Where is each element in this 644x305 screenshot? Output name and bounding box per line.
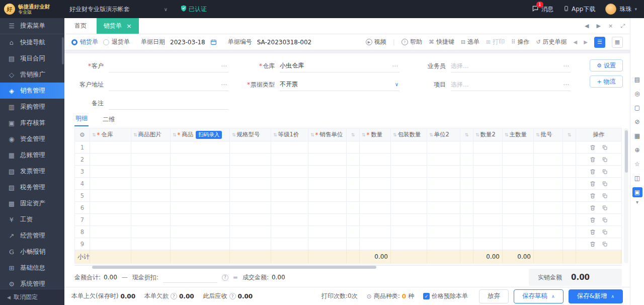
grid-cell[interactable] [171, 214, 230, 225]
grid-cell[interactable] [271, 154, 308, 165]
sidebar-item-operations[interactable]: ↗ 经营管理 [0, 227, 64, 244]
grid-cell[interactable] [360, 214, 391, 225]
grid-cell[interactable] [271, 190, 308, 201]
grid-cell[interactable] [503, 166, 534, 177]
next-doc-icon[interactable]: ▶ [584, 39, 588, 45]
sort-icon[interactable]: ⇅ [362, 132, 366, 137]
preview-icon[interactable]: ▤ [632, 74, 642, 85]
sort-icon[interactable]: ⇅ [475, 132, 479, 137]
grid-cell[interactable] [230, 226, 271, 238]
col-grade-price[interactable]: ⇅等级1价 [271, 128, 308, 141]
grid-cell[interactable] [271, 141, 308, 153]
tab-home[interactable]: 首页 [64, 18, 97, 34]
grid-cell[interactable] [171, 226, 230, 238]
grid-cell[interactable] [308, 202, 347, 213]
grid-cell[interactable] [90, 178, 131, 189]
grid-cell[interactable] [171, 141, 230, 153]
grid-cell[interactable] [171, 190, 230, 201]
grid-cell[interactable] [360, 141, 391, 153]
vertical-scrollbar[interactable] [624, 128, 628, 263]
sort-icon[interactable]: ⇅ [568, 132, 572, 137]
grid-cell[interactable] [308, 166, 347, 177]
grid-cell[interactable] [308, 226, 347, 238]
tab-matrix[interactable]: 二维 [102, 113, 116, 126]
grid-cell[interactable] [308, 238, 347, 250]
table-row[interactable]: 6 [75, 202, 621, 214]
print-button[interactable]: ⊞打印 [486, 38, 505, 46]
grid-cell[interactable] [131, 226, 171, 238]
grid-cell[interactable] [391, 166, 427, 177]
prev-doc-icon[interactable]: ◀ [574, 39, 578, 45]
copy-row-icon[interactable] [602, 205, 608, 211]
sort-icon[interactable]: ⇅ [429, 132, 433, 137]
copy-row-icon[interactable] [602, 217, 608, 223]
grid-cell[interactable] [503, 202, 534, 213]
picker-ellipsis-icon[interactable]: ⋯ [562, 62, 571, 69]
grid-cell[interactable] [534, 178, 563, 189]
grid-cell[interactable] [427, 141, 460, 153]
delete-row-icon[interactable] [590, 193, 596, 199]
account-selector[interactable]: 好业财专业版演示帐套 ∨ [69, 5, 168, 14]
calculator-icon[interactable]: ▦ [632, 131, 642, 141]
grid-cell[interactable] [171, 202, 230, 213]
delete-row-icon[interactable] [590, 205, 596, 211]
tab-scroll-left-icon[interactable]: ◀ [585, 23, 589, 29]
copy-row-icon[interactable] [602, 157, 608, 163]
sort-icon[interactable]: ⇅ [232, 132, 236, 137]
cash-discount-input[interactable] [163, 272, 217, 283]
grid-cell[interactable] [90, 154, 131, 165]
info-icon[interactable]: ? [222, 274, 228, 281]
sidebar-item-ledger[interactable]: ▦ 总账管理 [0, 147, 64, 163]
sidebar-item-sales[interactable]: ◈ 销售管理 [0, 83, 64, 99]
grid-cell[interactable] [391, 190, 427, 201]
table-row[interactable]: 7 [75, 214, 621, 226]
grid-cell[interactable] [391, 214, 427, 225]
gallery-icon[interactable]: ▣ [632, 187, 642, 197]
sidebar-item-payroll[interactable]: ¥ 工资 [0, 211, 64, 227]
favorite-icon[interactable]: ☆ [632, 159, 642, 169]
user-menu[interactable]: 珠珠 ▾ [605, 4, 637, 15]
grid-cell[interactable] [391, 202, 427, 213]
grid-cell[interactable] [391, 178, 427, 189]
col-package-qty[interactable]: ⇅包装数量 [391, 128, 427, 141]
grid-cell[interactable] [391, 238, 427, 250]
grid-cell[interactable] [131, 214, 171, 225]
sidebar-item-project-contract[interactable]: ▤ 项目合同 [0, 50, 64, 66]
grid-cell[interactable] [391, 226, 427, 238]
grid-cell[interactable] [534, 238, 563, 250]
sidebar-item-inventory[interactable]: ▣ 库存核算 [0, 115, 64, 131]
grid-cell[interactable] [90, 214, 131, 225]
attach-icon[interactable]: ⊕ [632, 145, 642, 155]
grid-cell[interactable] [503, 238, 534, 250]
video-button[interactable]: ▶视频 [366, 38, 386, 46]
history-docs-button[interactable]: ↺历史单据 [536, 38, 567, 46]
grid-cell[interactable] [171, 154, 230, 165]
col-product-image[interactable]: ⇅商品图片 [131, 128, 171, 141]
radio-return-order[interactable]: 退货单 [103, 38, 130, 46]
grid-cell[interactable] [534, 154, 563, 165]
grid-cell[interactable] [427, 178, 460, 189]
copy-row-icon[interactable] [602, 144, 608, 150]
list-view-toggle[interactable]: ☰ [594, 37, 605, 48]
grid-cell[interactable] [427, 226, 460, 238]
grid-cell[interactable] [360, 154, 391, 165]
col-batch-no[interactable]: ⇅批号 [534, 128, 563, 141]
grid-cell[interactable] [271, 238, 308, 250]
grid-cell[interactable] [534, 214, 563, 225]
fullscreen-icon[interactable]: ⤢ [620, 23, 625, 29]
calendar-icon[interactable] [210, 39, 217, 45]
sort-icon[interactable]: ⇅ [505, 132, 509, 137]
grid-cell[interactable] [131, 202, 171, 213]
sidebar-item-fixed-assets[interactable]: ▩ 固定资产 [0, 195, 64, 211]
delete-row-icon[interactable] [590, 229, 596, 235]
grid-cell[interactable] [230, 166, 271, 177]
table-row[interactable]: 2 [75, 154, 621, 166]
sort-icon[interactable]: ⇅ [92, 132, 96, 137]
grid-cell[interactable] [503, 154, 534, 165]
grid-cell[interactable] [90, 226, 131, 238]
picker-ellipsis-icon[interactable]: ⋯ [220, 81, 228, 88]
sidebar-scrollbar[interactable] [62, 37, 64, 64]
sort-icon[interactable]: ⇅ [310, 132, 314, 137]
grid-cell[interactable] [131, 166, 171, 177]
grid-cell[interactable] [230, 202, 271, 213]
